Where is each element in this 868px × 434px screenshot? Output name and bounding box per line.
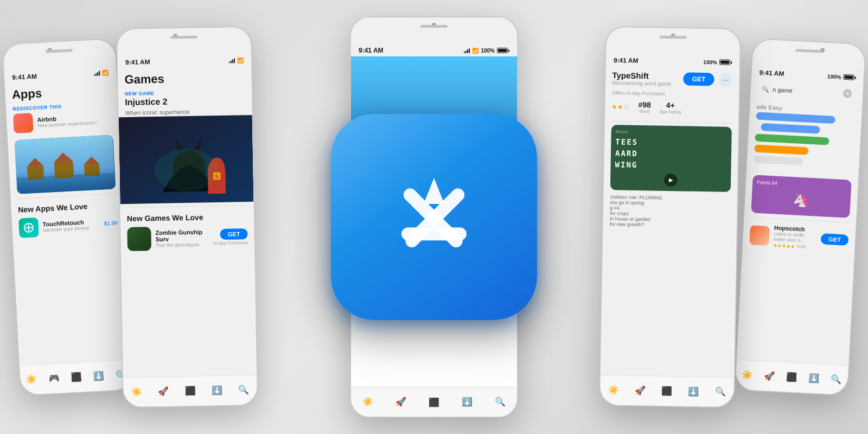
zombie-icon	[127, 227, 151, 251]
phone-4-scroll-content: children role: PLOWING cks go in spring …	[603, 192, 737, 231]
tab-apps-4[interactable]: ⬛	[661, 387, 672, 395]
tab-today-4[interactable]: ☀️	[608, 386, 619, 394]
phone-4-content: TypeShift Mesmerizing word game GET ··· …	[601, 66, 739, 377]
tab-today-3[interactable]: ☀️	[362, 398, 373, 406]
tab-updates-5[interactable]: ⬇️	[808, 374, 820, 383]
touch-retouch-price: $1.99	[104, 220, 118, 226]
phone-1: 9:41 AM 📶 Apps REDISCOVER THIS Airbnb Ne…	[2, 38, 134, 396]
scene: 9:41 AM 📶 Apps REDISCOVER THIS Airbnb Ne…	[0, 0, 868, 434]
tab-updates-1[interactable]: ⬇️	[93, 372, 104, 381]
play-button[interactable]: ▶	[664, 173, 677, 186]
strip-blue	[756, 112, 835, 124]
tab-games-1[interactable]: 🎮	[48, 374, 60, 383]
phone-3-time: 9:41 AM	[359, 47, 384, 54]
svg-line-10	[25, 227, 32, 228]
phone-2-status-right: 📶	[229, 58, 244, 63]
phone-5-content: 🔍 n game ✕ ade Easy Points 64 🦄	[737, 78, 863, 365]
hopscotch-desc: Learn to code, make your o...	[774, 231, 817, 244]
score-display: Points 64 🦄	[751, 175, 851, 218]
phone-3-signal-icon	[464, 48, 470, 53]
tab-games-2[interactable]: 🚀	[158, 387, 169, 396]
tab-apps-1[interactable]: ⬛	[71, 373, 82, 382]
phone-4: 9:41 AM 100% TypeShift Mesmerizing word …	[599, 26, 741, 408]
phone-5-status-right: 100%	[827, 73, 856, 81]
phone-1-content: Apps REDISCOVER THIS Airbnb New summer e…	[5, 78, 131, 365]
typeshift-rank-category: Word	[638, 109, 651, 114]
phone-3-wifi-icon: 📶	[472, 48, 478, 54]
tab-apps-2[interactable]: ⬛	[184, 387, 195, 395]
tab-updates-3[interactable]: ⬇️	[462, 398, 473, 406]
typeshift-age: 4+ Age Rating	[660, 101, 681, 115]
featured-image-svg	[14, 135, 116, 194]
zombie-get-button[interactable]: GET	[220, 228, 248, 240]
search-clear-button[interactable]: ✕	[843, 89, 852, 98]
phone-2-status-bar: 9:41 AM 📶	[118, 54, 251, 68]
svg-text:S: S	[215, 173, 219, 179]
phone-4-battery-text: 100%	[703, 59, 717, 65]
wifi-icon: 📶	[102, 69, 109, 76]
phone-4-tab-bar: ☀️ 🚀 ⬛ ⬇️ 🔍	[600, 375, 734, 407]
color-strips-section: ade Easy	[746, 99, 862, 176]
zombie-get-area: GET In-App Purchases	[213, 228, 248, 246]
zombie-item: Zombie Gunship Surv Tour the apocalypse …	[120, 222, 254, 253]
phone-2-content: Games NEW GAME Injustice 2 When iconic s…	[118, 66, 257, 377]
tab-updates-2[interactable]: ⬇️	[212, 386, 222, 395]
phone-2-tab-bar: ☀️ 🚀 ⬛ ⬇️ 🔍	[123, 375, 257, 407]
phone-5-search[interactable]: 🔍 n game ✕	[756, 81, 858, 101]
tab-apps-5[interactable]: ⬛	[786, 373, 797, 382]
phone-4-time: 9:41 AM	[614, 56, 639, 65]
tab-games-4[interactable]: 🚀	[635, 386, 646, 395]
touch-retouch-icon	[18, 217, 39, 238]
tab-today-2[interactable]: ☀️	[131, 387, 142, 396]
tab-apps-3[interactable]: ⬛	[429, 397, 439, 407]
tab-updates-4[interactable]: ⬇️	[688, 387, 699, 396]
phone-1-tab-bar: ☀️ 🎮 ⬛ ⬇️ 🔍	[20, 359, 133, 395]
phone-2: 9:41 AM 📶 Games NEW GAME Injustice 2 Whe…	[116, 26, 258, 408]
airbnb-info: Airbnb New summer experiences t	[37, 112, 112, 128]
typeshift-header: TypeShift Mesmerizing word game GET ··· …	[605, 66, 739, 120]
hopscotch-stars: ★★★★★	[773, 242, 795, 249]
tab-search-5[interactable]: 🔍	[831, 375, 842, 384]
tab-today-1[interactable]: ☀️	[26, 375, 37, 384]
hopscotch-get-button[interactable]: GET	[821, 233, 849, 246]
phone-5-battery-text: 100%	[827, 73, 841, 80]
signal-icon	[94, 71, 100, 76]
typeshift-more-button[interactable]: ···	[718, 73, 732, 87]
tab-search-4[interactable]: 🔍	[715, 387, 726, 396]
app-store-logo	[369, 152, 499, 282]
phone-3-top	[351, 17, 517, 44]
word-game-area: Bloom TEES AARD WING ▶	[610, 125, 732, 192]
tab-today-5[interactable]: ☀️	[742, 371, 753, 380]
zombie-desc: Tour the apocalypse	[156, 241, 209, 248]
phone-5-top	[752, 39, 865, 72]
typeshift-stars: ★★☆	[611, 103, 629, 111]
tab-games-3[interactable]: 🚀	[395, 398, 406, 406]
phone-5-time: 9:41 AM	[759, 69, 784, 78]
typeshift-name: TypeShift	[612, 71, 671, 81]
search-icon: 🔍	[762, 85, 770, 93]
zombie-name: Zombie Gunship Surv	[155, 228, 209, 242]
phone-3-status-right: 📶 100%	[464, 48, 509, 54]
zombie-in-app-text: In-App Purchases	[213, 240, 248, 246]
typeshift-get-button[interactable]: GET	[684, 72, 714, 86]
strip-gray	[754, 155, 803, 165]
strip-orange	[754, 144, 809, 155]
strip-green	[755, 133, 829, 145]
word-grid: TEES AARD WING	[615, 136, 727, 173]
phone-3-battery-icon	[497, 48, 509, 53]
phone-3-tab-bar: ☀️ 🚀 ⬛ ⬇️ 🔍	[351, 387, 517, 417]
phone-1-time: 9:41 AM	[12, 73, 37, 81]
typeshift-in-app-text: Offers in-App Purchases	[612, 90, 732, 98]
typeshift-age-num: 4+	[660, 101, 681, 110]
svg-rect-1	[17, 173, 115, 194]
touch-retouch-info: TouchRetouch Declutter your photos	[42, 218, 100, 232]
tab-games-5[interactable]: 🚀	[764, 372, 775, 381]
tab-search-2[interactable]: 🔍	[238, 386, 249, 394]
bloom-label: Bloom	[616, 129, 727, 136]
app-store-icon	[331, 114, 537, 320]
typeshift-age-label: Age Rating	[660, 110, 681, 115]
phone-4-battery-icon	[719, 60, 732, 65]
strip-blue2	[761, 123, 820, 134]
phone-4-separator	[611, 121, 732, 123]
tab-search-3[interactable]: 🔍	[495, 398, 506, 406]
